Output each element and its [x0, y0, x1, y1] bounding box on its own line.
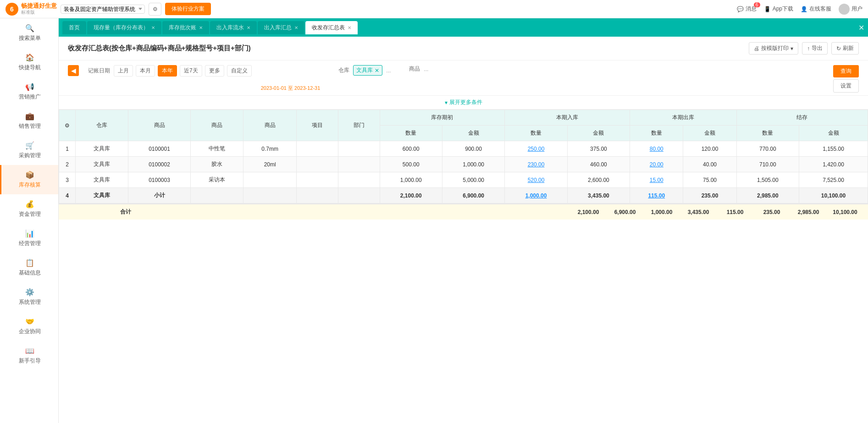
cell-out-qty[interactable]: 15.00: [630, 172, 683, 188]
total-out-qty: 115.00: [717, 209, 753, 215]
expand-button[interactable]: ▾ 展开更多条件: [445, 99, 482, 106]
tab-inout-summary[interactable]: 出入库汇总 ✕: [258, 21, 304, 34]
cell-out-qty[interactable]: 80.00: [630, 141, 683, 157]
avatar: [839, 4, 850, 15]
th-settings[interactable]: ⚙: [59, 110, 76, 141]
th-project: 项目: [297, 110, 338, 141]
sidebar-label-quicknav: 快捷导航: [19, 64, 41, 71]
cell-name: 采访本: [191, 172, 243, 188]
sidebar-item-enterprise[interactable]: 🤝企业协同: [0, 312, 58, 341]
notification-button[interactable]: 💬 消息 6: [737, 5, 757, 13]
search-button[interactable]: 查询: [833, 65, 859, 77]
total-open-amt: 6,900.00: [607, 209, 643, 215]
cell-code: 0100001: [128, 141, 190, 157]
cell-bal-qty: 1,505.00: [736, 172, 799, 188]
sidebar-item-capital[interactable]: 💰资金管理: [0, 194, 58, 224]
search-action-group: 查询 设置: [833, 65, 859, 93]
gear-button[interactable]: ⚙: [149, 3, 161, 16]
th-warehouse: 仓库: [76, 110, 128, 141]
sidebar-item-operations[interactable]: 📊经营管理: [0, 224, 58, 253]
date-btn-7days[interactable]: 近7天: [180, 65, 202, 77]
th-bal-amt: 金额: [799, 126, 868, 141]
total-in-amt: 3,435.00: [680, 209, 717, 215]
tab-recv-send-summary-close[interactable]: ✕: [348, 25, 351, 30]
date-btn-this-month[interactable]: 本月: [136, 65, 155, 77]
cell-spec: [243, 172, 297, 188]
warehouse-tag[interactable]: 文具库 ✕: [353, 65, 382, 76]
sidebar-item-search[interactable]: 🔍搜索菜单: [0, 18, 58, 48]
tab-home[interactable]: 首页: [62, 21, 86, 34]
subtotal-warehouse: 文具库: [76, 188, 128, 203]
tab-stock-dist-close[interactable]: ✕: [151, 25, 155, 30]
date-btn-custom[interactable]: 自定义: [227, 65, 252, 77]
sidebar-item-quicknav[interactable]: 🏠快捷导航: [0, 48, 58, 77]
app-download-button[interactable]: 📱 App下载: [764, 5, 793, 13]
date-btn-last-month[interactable]: 上月: [114, 65, 133, 77]
cell-in-qty[interactable]: 520.00: [505, 172, 567, 188]
total-bal-qty: 2,985.00: [790, 209, 827, 215]
sidebar-item-guide[interactable]: 📖新手引导: [0, 341, 58, 370]
cell-num: 1: [59, 141, 76, 157]
filter-toggle-button[interactable]: ◀: [68, 65, 79, 76]
subtotal-empty4: [338, 188, 380, 203]
tab-recv-send-summary[interactable]: 收发存汇总表 ✕: [305, 21, 358, 34]
date-btn-more[interactable]: 更多: [205, 65, 224, 77]
th-open-qty: 数量: [380, 126, 442, 141]
tab-batch[interactable]: 库存批次账 ✕: [162, 21, 209, 34]
tab-stock-dist[interactable]: 现存量（库存分布表） ✕: [87, 21, 161, 34]
warehouse-tag-remove[interactable]: ✕: [375, 67, 379, 74]
tab-close-all[interactable]: ✕: [858, 23, 864, 32]
sidebar-item-marketing[interactable]: 📢营销推广: [0, 77, 58, 106]
sidebar-item-sysconfig[interactable]: ⚙️系统管理: [0, 282, 58, 312]
sidebar-item-purchase[interactable]: 🛒采购管理: [0, 136, 58, 165]
settings-button[interactable]: 设置: [833, 79, 859, 93]
try-button[interactable]: 体验行业方案: [165, 3, 211, 15]
sidebar-label-sysconfig: 系统管理: [19, 298, 41, 306]
date-btn-this-year[interactable]: 本年: [158, 65, 177, 77]
print-button[interactable]: 🖨 按模版打印 ▾: [749, 42, 798, 55]
sidebar-label-purchase: 采购管理: [19, 152, 41, 159]
subtotal-bal-amt: 10,100.00: [799, 188, 868, 203]
system-title-select[interactable]: 装备及固定资产辅助管理系统: [61, 5, 145, 14]
sidebar-item-sales[interactable]: 💼销售管理: [0, 106, 58, 136]
th-out: 本期出库: [630, 110, 736, 126]
cell-out-qty[interactable]: 20.00: [630, 157, 683, 172]
tab-inout-flow-close[interactable]: ✕: [247, 25, 250, 30]
warehouse-more[interactable]: ...: [386, 67, 391, 74]
subtotal-in-qty[interactable]: 1,000.00: [505, 188, 567, 203]
sidebar-item-basicinfo[interactable]: 📋基础信息: [0, 253, 58, 282]
sidebar-item-inventory[interactable]: 📦库存核算: [0, 165, 58, 194]
subtotal-out-qty[interactable]: 115.00: [630, 188, 683, 203]
tab-inout-summary-close[interactable]: ✕: [294, 25, 298, 30]
refresh-icon: ↻: [836, 45, 841, 52]
th-out-qty: 数量: [630, 126, 683, 141]
cell-code: 0100003: [128, 172, 190, 188]
cell-dept: [338, 157, 380, 172]
subtotal-out-amt: 235.00: [683, 188, 736, 203]
online-service-button[interactable]: 👤 在线客服: [801, 5, 831, 13]
warehouse-label: 仓库: [338, 66, 349, 74]
total-bal-amt: 10,100.00: [827, 209, 863, 215]
total-out-amt: 235.00: [753, 209, 790, 215]
table-row: 3 文具库 0100003 采访本 1,000.00 5,000.00 520.…: [59, 172, 868, 188]
date-range: 2023-01-01 至 2023-12-31: [261, 85, 321, 93]
export-button[interactable]: ↑ 导出: [802, 42, 828, 55]
search-icon: 🔍: [25, 24, 34, 33]
th-bal-qty: 数量: [736, 126, 799, 141]
subtotal-in-amt: 3,435.00: [567, 188, 630, 203]
quicknav-icon: 🏠: [25, 53, 34, 62]
cell-project: [297, 141, 338, 157]
refresh-button[interactable]: ↻ 刷新: [831, 42, 859, 55]
tab-batch-close[interactable]: ✕: [199, 25, 203, 30]
th-open-amt: 金额: [442, 126, 504, 141]
notif-badge: 6: [754, 2, 760, 7]
capital-icon: 💰: [25, 200, 34, 209]
goods-more[interactable]: ...: [424, 66, 428, 72]
cell-in-qty[interactable]: 250.00: [505, 141, 567, 157]
tab-inout-flow[interactable]: 出入库流水 ✕: [210, 21, 257, 34]
th-spec: 商品: [243, 110, 297, 141]
user-button[interactable]: 用户: [839, 4, 862, 15]
page-title: 收发存汇总表(按仓库+商品编码+商品+规格型号+项目+部门): [68, 44, 251, 53]
cell-in-qty[interactable]: 230.00: [505, 157, 567, 172]
cell-spec: 20ml: [243, 157, 297, 172]
